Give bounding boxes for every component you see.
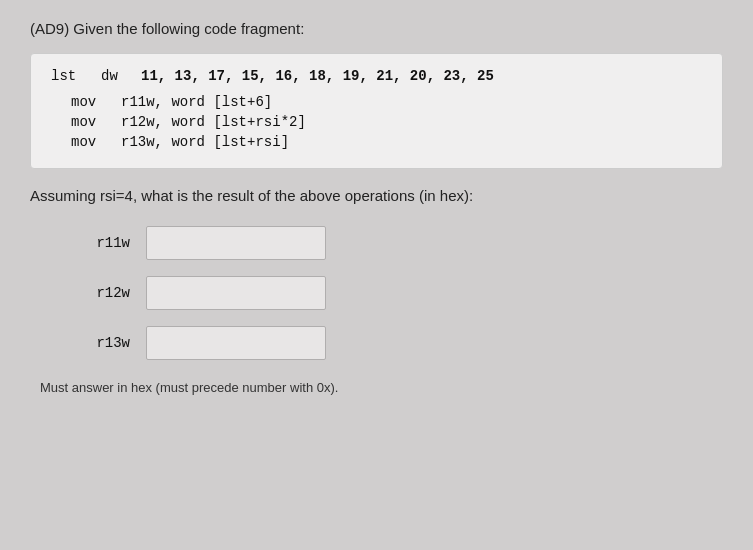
answer-row-r11w: r11w — [70, 226, 723, 260]
instruction-line-2: mov r12w, word [lst+rsi*2] — [71, 114, 702, 130]
dw-label: dw — [101, 68, 141, 84]
note-text: Must answer in hex (must precede number … — [30, 380, 723, 395]
operand-2: r12w, word [lst+rsi*2] — [121, 114, 306, 130]
r11w-input[interactable] — [146, 226, 326, 260]
instruction-line-3: mov r13w, word [lst+rsi] — [71, 134, 702, 150]
operand-1: r11w, word [lst+6] — [121, 94, 272, 110]
answer-row-r13w: r13w — [70, 326, 723, 360]
r12w-input[interactable] — [146, 276, 326, 310]
code-box: lst dw 11, 13, 17, 15, 16, 18, 19, 21, 2… — [30, 53, 723, 169]
answer-section: r11w r12w r13w — [30, 226, 723, 360]
r12w-label: r12w — [70, 285, 130, 301]
mov-3: mov — [71, 134, 121, 150]
question-title: (AD9) Given the following code fragment: — [30, 20, 723, 37]
instruction-line-1: mov r11w, word [lst+6] — [71, 94, 702, 110]
code-dw-line: lst dw 11, 13, 17, 15, 16, 18, 19, 21, 2… — [51, 68, 702, 84]
code-instructions: mov r11w, word [lst+6] mov r12w, word [l… — [51, 94, 702, 150]
answer-row-r12w: r12w — [70, 276, 723, 310]
r13w-input[interactable] — [146, 326, 326, 360]
lst-label: lst — [51, 68, 101, 84]
question-text: Assuming rsi=4, what is the result of th… — [30, 187, 723, 204]
mov-1: mov — [71, 94, 121, 110]
operand-3: r13w, word [lst+rsi] — [121, 134, 289, 150]
mov-2: mov — [71, 114, 121, 130]
dw-values: 11, 13, 17, 15, 16, 18, 19, 21, 20, 23, … — [141, 68, 494, 84]
r13w-label: r13w — [70, 335, 130, 351]
r11w-label: r11w — [70, 235, 130, 251]
page-container: (AD9) Given the following code fragment:… — [0, 0, 753, 550]
